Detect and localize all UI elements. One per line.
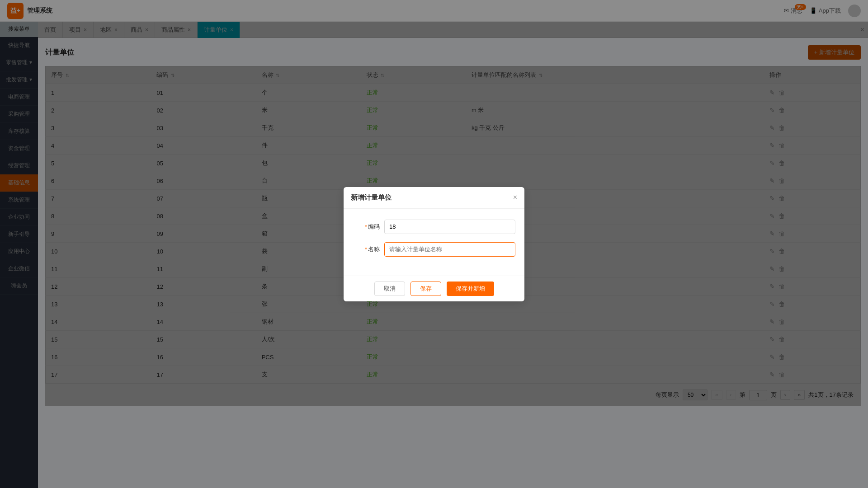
save-and-new-button[interactable]: 保存并新增 (447, 282, 494, 296)
name-form-row: 名称 (353, 242, 515, 257)
modal-overlay: 新增计量单位 × 编码 名称 取消 保存 保存并新增 (0, 0, 868, 488)
modal-footer: 取消 保存 保存并新增 (344, 276, 524, 301)
code-form-row: 编码 (353, 220, 515, 234)
cancel-button[interactable]: 取消 (374, 282, 405, 296)
add-unit-modal: 新增计量单位 × 编码 名称 取消 保存 保存并新增 (344, 187, 524, 301)
modal-body: 编码 名称 (344, 209, 524, 276)
code-input[interactable] (384, 220, 515, 234)
name-label: 名称 (353, 245, 380, 253)
name-input[interactable] (384, 242, 515, 257)
save-button[interactable]: 保存 (410, 282, 441, 296)
modal-header: 新增计量单位 × (344, 187, 524, 209)
modal-close-btn[interactable]: × (513, 193, 517, 202)
code-label: 编码 (353, 223, 380, 231)
modal-title: 新增计量单位 (351, 193, 392, 202)
